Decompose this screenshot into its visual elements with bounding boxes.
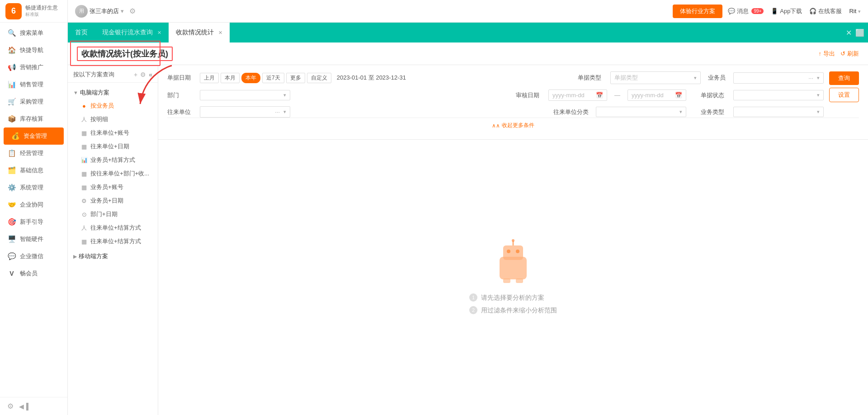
app-download-button[interactable]: 📱 App下载 (771, 7, 802, 15)
content-area: 按以下方案查询 + ⚙ « ▼ 电脑端方案 ● 按业务员 (68, 65, 868, 415)
btn-custom-date[interactable]: 自定义 (307, 73, 331, 83)
close-window-icon[interactable]: ✕ (846, 28, 852, 37)
collapse-sidebar-icon[interactable]: ◀▐ (19, 403, 28, 410)
scheme-item-customer-dept[interactable]: ▦ 按往来单位+部门+收... (68, 167, 158, 180)
sidebar-item-business[interactable]: 📋 经营管理 (0, 145, 67, 162)
basicinfo-icon: 🗂️ (7, 166, 16, 174)
export-icon: ↑ (819, 50, 822, 57)
scheme-item-customer-settle1[interactable]: 人 往来单位+结算方式 (68, 221, 158, 235)
export-button[interactable]: ↑ 导出 (819, 50, 835, 58)
btn-last-month[interactable]: 上月 (200, 73, 219, 83)
vip-icon: V (7, 270, 16, 277)
scheme-item-customer-settle2[interactable]: ▦ 往来单位+结算方式 (68, 235, 158, 248)
online-service-button[interactable]: 🎧 在线客服 (809, 7, 842, 15)
customer-more-icon[interactable]: ··· (275, 108, 280, 115)
sidebar-item-quicknav[interactable]: 🏠 快捷导航 (0, 42, 67, 59)
scheme-item-customer-account[interactable]: ▦ 往来单位+账号 (68, 126, 158, 140)
review-date-to[interactable]: yyyy-mm-dd 📅 (627, 90, 686, 101)
sidebar-item-finance[interactable]: 💰 资金管理 (4, 127, 64, 145)
scheme-item-salesman-settle[interactable]: 📊 业务员+结算方式 (68, 153, 158, 167)
sidebar-item-sales[interactable]: 📊 销售管理 (0, 76, 67, 93)
sidebar-item-wechat[interactable]: 💬 企业微信 (0, 248, 67, 265)
right-panel: 单据日期 上月 本月 本年 近7天 更多 自定义 2023-01-01 至 20… (158, 65, 868, 415)
salesman-account-icon: ▦ (80, 184, 88, 191)
tab-bank-flow[interactable]: 现金银行流水查询 ✕ (95, 23, 169, 42)
doc-status-chevron: ▾ (817, 92, 820, 98)
btn-last-7days[interactable]: 近7天 (262, 73, 284, 83)
scheme-group-desktop-title[interactable]: ▼ 电脑端方案 (68, 86, 158, 99)
salesman-more-icon[interactable]: ··· (808, 75, 813, 81)
collapse-filter-bar[interactable]: ∧∧ 收起更多条件 (167, 118, 859, 133)
sidebar-logo: 6 畅捷通好生意 标准版 (0, 0, 67, 23)
doc-status-select[interactable]: ▾ (733, 90, 824, 100)
sidebar-item-basicinfo[interactable]: 🗂️ 基础信息 (0, 162, 67, 179)
sidebar-item-system[interactable]: ⚙️ 系统管理 (0, 179, 67, 196)
sidebar-item-enterprise[interactable]: 🤝 企业协同 (0, 196, 67, 213)
scheme-item-salesman-date[interactable]: ⚙ 业务员+日期 (68, 194, 158, 208)
biz-type-chevron: ▾ (817, 109, 820, 115)
refresh-button[interactable]: ↺ 刷新 (840, 50, 859, 58)
biz-type-select[interactable]: ▾ (733, 107, 824, 117)
service-icon: 🎧 (809, 8, 816, 14)
calendar-from-icon: 📅 (596, 92, 603, 99)
tab-home[interactable]: 首页 (68, 23, 95, 42)
svg-point-2 (507, 250, 510, 253)
filter-area: 单据日期 上月 本月 本年 近7天 更多 自定义 2023-01-01 至 20… (158, 65, 868, 140)
customer-type-chevron: ▾ (679, 109, 682, 115)
left-panel: 按以下方案查询 + ⚙ « ▼ 电脑端方案 ● 按业务员 (68, 65, 158, 415)
trial-button[interactable]: 体验行业方案 (673, 5, 722, 18)
scheme-tree: ▼ 电脑端方案 ● 按业务员 人 按明细 ▦ 往来单位+账号 (68, 83, 158, 415)
salesman-select[interactable]: ··· ▾ (733, 72, 824, 84)
sidebar-item-vip[interactable]: V 畅会员 (0, 265, 67, 282)
scheme-item-dept-date[interactable]: ⊙ 部门+日期 (68, 208, 158, 221)
scheme-item-by-salesman[interactable]: ● 按业务员 (68, 99, 158, 113)
sidebar-item-purchase[interactable]: 🛒 采购管理 (0, 93, 67, 110)
btn-more-date[interactable]: 更多 (286, 73, 305, 83)
customer-select[interactable]: ··· ▾ (200, 106, 290, 118)
btn-this-month[interactable]: 本月 (221, 73, 240, 83)
scheme-item-customer-date[interactable]: ▦ 往来单位+日期 (68, 140, 158, 153)
user-dropdown-arrow[interactable]: ▾ (121, 8, 124, 14)
home-icon: 🏠 (7, 46, 16, 54)
collapse-panel-button[interactable]: « (149, 71, 152, 78)
sidebar-item-search[interactable]: 🔍 搜索菜单 (0, 24, 67, 42)
dept-chevron: ▾ (283, 92, 286, 98)
user-name-display: Rit ▾ (849, 8, 861, 14)
customer-settle1-icon: 人 (80, 224, 88, 231)
set-button[interactable]: 设置 (829, 88, 859, 102)
doc-type-label: 单据类型 (578, 74, 603, 82)
customer-account-icon: ▦ (80, 129, 88, 137)
sidebar-item-marketing[interactable]: 📢 营销推广 (0, 59, 67, 76)
messages-button[interactable]: 💬 消息 99+ (728, 7, 764, 15)
filter-row-customer: 往来单位 ··· ▾ 往来单位分类 ▾ (167, 106, 824, 118)
sidebar-item-inventory[interactable]: 📦 库存核算 (0, 110, 67, 127)
maximize-icon[interactable]: ⬜ (855, 28, 864, 37)
scheme-item-detail[interactable]: 人 按明细 (68, 113, 158, 126)
svg-rect-7 (516, 278, 523, 283)
add-scheme-button[interactable]: + (134, 71, 137, 78)
sidebar-item-guide[interactable]: 🎯 新手引导 (0, 213, 67, 231)
svg-rect-0 (500, 257, 527, 279)
main-wrap: 用 张三丰的店 ▾ ⚙ 体验行业方案 💬 消息 99+ 📱 App下载 🎧 在线… (68, 0, 868, 415)
tab-collection-stats[interactable]: 收款情况统计 ✕ (169, 23, 230, 42)
scheme-item-salesman-account[interactable]: ▦ 业务员+账号 (68, 180, 158, 194)
gear-settings-icon[interactable]: ⚙ (129, 7, 136, 15)
salesman-date-icon: ⚙ (80, 197, 88, 204)
svg-point-3 (516, 250, 519, 253)
scheme-gear-button[interactable]: ⚙ (140, 71, 146, 78)
hardware-icon: 🖥️ (7, 235, 16, 243)
scheme-group-mobile-title[interactable]: ▶ 移动端方案 (68, 250, 158, 263)
user-info: 用 张三丰的店 ▾ (75, 5, 124, 18)
btn-this-year[interactable]: 本年 (241, 73, 260, 83)
message-badge: 99+ (751, 8, 764, 14)
settings-icon[interactable]: ⚙ (7, 402, 14, 410)
tab-close-bank[interactable]: ✕ (157, 30, 161, 36)
dept-select[interactable]: ▾ (200, 90, 290, 100)
query-button[interactable]: 查询 (829, 71, 859, 85)
hint-item-2: 2 用过滤条件来缩小分析范围 (469, 304, 557, 316)
review-date-from[interactable]: yyyy-mm-dd 📅 (548, 90, 607, 101)
sidebar-item-hardware[interactable]: 🖥️ 智能硬件 (0, 231, 67, 248)
doc-type-select[interactable]: 单据类型 ▾ (610, 71, 701, 84)
customer-type-select[interactable]: ▾ (596, 107, 686, 117)
tab-close-collection[interactable]: ✕ (218, 30, 222, 36)
